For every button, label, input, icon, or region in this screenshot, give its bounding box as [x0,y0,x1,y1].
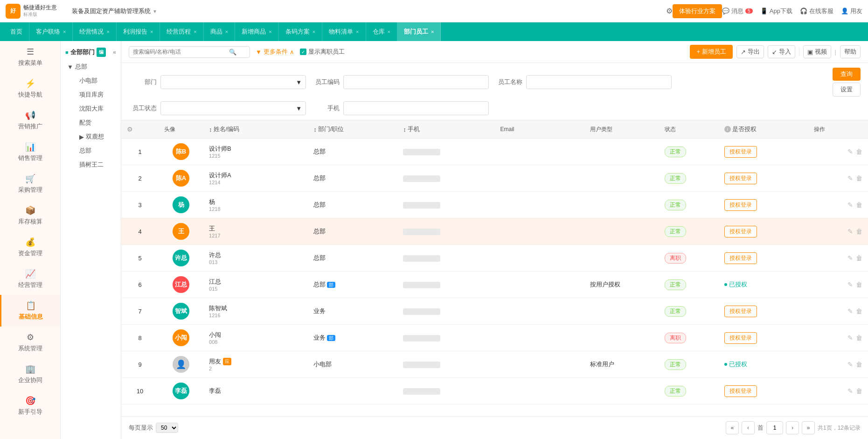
close-tab-icon[interactable]: × [312,29,315,35]
dept-tree-header[interactable]: ■ 全部部门 编 « [61,45,121,60]
edit-icon[interactable]: ✎ [847,334,853,341]
trial-button[interactable]: 体验行业方案 [673,4,722,18]
auth-login-btn[interactable]: 授权登录 [724,385,757,397]
export-btn[interactable]: ↗ 导出 [736,45,764,58]
page-current-input[interactable] [766,421,783,434]
query-btn[interactable]: 查询 [833,68,861,81]
close-tab-icon[interactable]: × [269,29,271,35]
nav-tab-条码方案[interactable]: 条码方案 × [279,22,322,41]
auth-login-btn[interactable]: 授权登录 [724,146,757,158]
filter-empname-input[interactable] [526,75,672,89]
nav-tab-部门员工[interactable]: 部门员工 × [397,22,441,41]
add-employee-btn[interactable]: + 新增员工 [690,45,732,59]
delete-icon[interactable]: 🗑 [856,361,862,368]
auth-login-btn[interactable]: 授权登录 [724,173,757,184]
close-tab-icon[interactable]: × [106,29,109,35]
auth-login-btn[interactable]: 授权登录 [724,306,757,317]
edit-icon[interactable]: ✎ [847,281,853,288]
delete-icon[interactable]: 🗑 [856,281,862,288]
filter-dept-select[interactable]: ▼ [160,75,306,89]
sidebar-nav-item-enterprise[interactable]: 🏢企业协同 [0,358,60,390]
edit-icon[interactable]: ✎ [847,307,853,315]
dept-node-general[interactable]: ▼ 总部 [61,60,121,74]
auth-login-btn[interactable]: 授权登录 [724,332,757,344]
nav-tab-商品[interactable]: 商品 × [204,22,235,41]
edit-icon[interactable]: ✎ [847,254,853,262]
page-last-btn[interactable]: » [802,421,815,434]
edit-icon[interactable]: ✎ [847,228,853,235]
search-input-wrap[interactable]: 🔍 [129,46,250,58]
dept-node-chashuwang[interactable]: 插树王二 [65,158,121,172]
delete-icon[interactable]: 🗑 [856,334,862,341]
edit-icon[interactable]: ✎ [847,148,853,155]
filter-empstatus-select[interactable]: ▼ [160,101,306,115]
nav-tab-客户联络[interactable]: 客户联络 × [29,22,73,41]
filter-phone-input[interactable] [343,101,489,115]
dept-collapse-btn[interactable]: « [113,49,116,56]
show-resigned-checkbox[interactable]: ✓ 显示离职员工 [300,48,345,56]
sidebar-nav-item-finance[interactable]: 💰资金管理 [0,231,60,263]
help-btn[interactable]: 帮助 [840,45,861,58]
nav-tab-新增商品[interactable]: 新增商品 × [235,22,278,41]
settings-icon[interactable]: ⚙ [666,7,673,15]
close-tab-icon[interactable]: × [150,29,153,35]
page-first-btn[interactable]: « [726,421,739,434]
th-settings[interactable]: ⚙ [121,120,159,139]
message-btn[interactable]: 💬 消息 5 [722,7,753,15]
auth-info-icon[interactable]: i [724,126,731,132]
import-btn[interactable]: ↙ 导入 [768,45,795,58]
sidebar-nav-item-guide[interactable]: 🎯新手引导 [0,390,60,422]
dept-node-xiaodian[interactable]: 小电部 [65,74,121,88]
nav-tab-经营情况[interactable]: 经营情况 × [73,22,116,41]
edit-icon[interactable]: ✎ [847,174,853,182]
edit-icon[interactable]: ✎ [847,361,853,368]
user-menu-btn[interactable]: 👤 用友 [841,7,862,15]
delete-icon[interactable]: 🗑 [856,148,862,155]
page-size-select[interactable]: 50 [156,423,178,433]
delete-icon[interactable]: 🗑 [856,228,862,235]
delete-icon[interactable]: 🗑 [856,174,862,182]
app-download-btn[interactable]: 📱 App下载 [760,7,792,15]
search-submit-icon[interactable]: 🔍 [229,49,236,56]
close-tab-icon[interactable]: × [63,29,66,35]
page-next-btn[interactable]: › [786,421,799,434]
settings-gear-icon[interactable]: ⚙ [127,125,133,133]
sidebar-nav-item-purchase[interactable]: 🛒采购管理 [0,168,60,200]
close-tab-icon[interactable]: × [431,29,434,35]
nav-tab-物料清单[interactable]: 物料清单 × [322,22,366,41]
view-btn[interactable]: ▣ 视频 [803,45,831,58]
delete-icon[interactable]: 🗑 [856,254,862,262]
edit-icon[interactable]: ✎ [847,387,853,395]
nav-tab-仓库[interactable]: 仓库 × [366,22,397,41]
nav-tab-经营历程[interactable]: 经营历程 × [160,22,203,41]
dept-node-shenyang[interactable]: 沈阳大库 [65,102,121,116]
nav-tab-利润报告[interactable]: 利润报告 × [117,22,160,41]
delete-icon[interactable]: 🗑 [856,387,862,395]
system-title-dropdown[interactable]: ▼ [153,9,157,14]
th-name[interactable]: ↕ 姓名/编码 [203,120,308,139]
sidebar-nav-item-system[interactable]: ⚙系统管理 [0,327,60,358]
sidebar-nav-item-inventory[interactable]: 📦库存核算 [0,200,60,231]
auth-login-btn[interactable]: 授权登录 [724,226,757,237]
sidebar-nav-item-operation[interactable]: 📈经营管理 [0,263,60,295]
sidebar-nav-item-basic[interactable]: 📋基础信息 [0,295,60,327]
dept-edit-btn[interactable]: 编 [97,48,106,57]
close-tab-icon[interactable]: × [194,29,196,35]
dept-node-peihuo[interactable]: 配货 [65,116,121,130]
nav-tab-首页[interactable]: 首页 [4,22,29,41]
sidebar-nav-item-marketing[interactable]: 📢营销推广 [0,105,60,136]
th-dept[interactable]: ↕ 部门/职位 [308,120,397,139]
close-tab-icon[interactable]: × [388,29,390,35]
delete-icon[interactable]: 🗑 [856,307,862,315]
more-conditions-btn[interactable]: ▼ 更多条件 ∧ [256,48,294,56]
delete-icon[interactable]: 🗑 [856,201,862,209]
close-tab-icon[interactable]: × [356,29,359,35]
sidebar-nav-item-shortcut[interactable]: ⚡快捷导航 [0,73,60,105]
close-tab-icon[interactable]: × [225,29,228,35]
online-service-btn[interactable]: 🎧 在线客服 [800,7,833,15]
dept-node-shuanglu[interactable]: ▶ 双鹿想 [65,130,121,144]
dept-node-zongbu[interactable]: 总部 [65,144,121,158]
filter-empcode-input[interactable] [343,75,489,89]
auth-login-btn[interactable]: 授权登录 [724,252,757,264]
page-prev-btn[interactable]: ‹ [742,421,755,434]
